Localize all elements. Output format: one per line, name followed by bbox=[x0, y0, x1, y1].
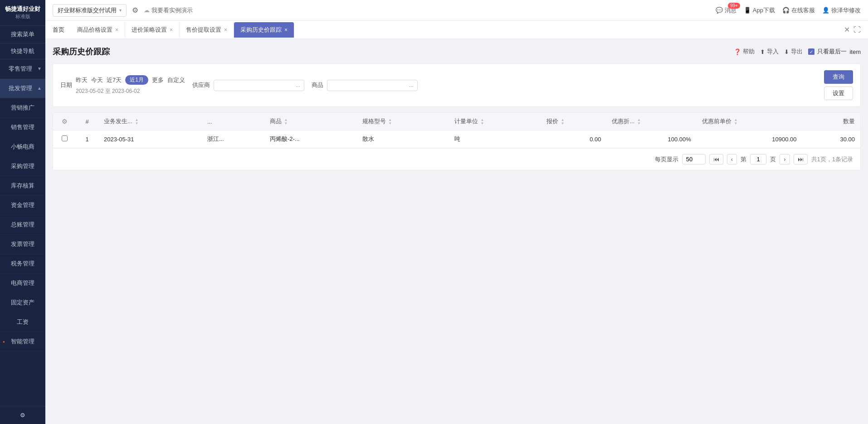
tab-sale[interactable]: 售价提取设置 × bbox=[180, 22, 234, 38]
help-icon: ❓ bbox=[734, 48, 741, 55]
cell-checkbox[interactable] bbox=[53, 130, 76, 148]
date-options-wrap: 昨天 今天 近7天 近1月 更多 自定义 2023-05-02 至 2023-0… bbox=[76, 75, 185, 95]
th-price[interactable]: 报价 ▲▼ bbox=[541, 113, 606, 130]
tab-strategy[interactable]: 进价策略设置 × bbox=[125, 22, 180, 38]
sidebar-item-fixed-assets[interactable]: 固定资产 bbox=[0, 293, 45, 313]
date-options: 昨天 今天 近7天 近1月 更多 自定义 bbox=[76, 75, 185, 85]
date-opt-yesterday[interactable]: 昨天 bbox=[76, 76, 88, 84]
sort-discount-icon: ▲▼ bbox=[637, 118, 641, 125]
page-total: 共1页，1条记录 bbox=[811, 155, 853, 164]
main-area: 好业财标准版交付试用 ▾ ⚙ ☁ 我要看实例演示 💬 消息 99+ 📱 App下… bbox=[45, 0, 868, 424]
import-button[interactable]: ⬆ 导入 bbox=[760, 48, 779, 56]
purchase-history-table: ⚙ # 业务发生... ▲▼ ... 商品 ▲▼ bbox=[53, 113, 860, 148]
app-download-button[interactable]: 📱 App下载 bbox=[744, 6, 775, 14]
service-label: 在线客服 bbox=[791, 6, 815, 14]
th-more[interactable]: ... bbox=[202, 113, 264, 130]
next-page-button[interactable]: › bbox=[780, 154, 790, 164]
th-unit[interactable]: 计量单位 ▲▼ bbox=[449, 113, 541, 130]
close-tab-icon[interactable]: ✕ bbox=[844, 25, 850, 34]
date-range-display: 2023-05-02 至 2023-06-02 bbox=[76, 87, 185, 95]
sidebar-item-general-ledger[interactable]: 总账管理 bbox=[0, 215, 45, 235]
first-page-button[interactable]: ⏮ bbox=[709, 154, 723, 164]
th-gear[interactable]: ⚙ bbox=[53, 113, 76, 130]
th-product[interactable]: 商品 ▲▼ bbox=[264, 113, 357, 130]
user-name: 徐泽华修改 bbox=[831, 6, 861, 14]
demo-label: 我要看实例演示 bbox=[151, 6, 193, 14]
import-icon: ⬆ bbox=[760, 48, 765, 55]
sort-undiscount-icon: ▲▼ bbox=[734, 118, 737, 125]
date-filter-label: 日期 bbox=[60, 81, 72, 89]
message-button[interactable]: 💬 消息 99+ bbox=[716, 6, 736, 14]
th-undiscount[interactable]: 优惠前单价 ▲▼ bbox=[697, 113, 802, 130]
table-settings-gear-icon[interactable]: ⚙ bbox=[62, 118, 68, 125]
sidebar-item-quicknav[interactable]: 快捷导航 bbox=[0, 43, 45, 59]
sidebar-item-invoice[interactable]: 发票管理 bbox=[0, 235, 45, 254]
sidebar-item-search[interactable]: 搜索菜单 bbox=[0, 26, 45, 43]
tab-strategy-close[interactable]: × bbox=[170, 27, 173, 33]
product-input[interactable] bbox=[331, 82, 407, 89]
sidebar: 畅捷通好业财 标准版 搜索菜单 快捷导航 零售管理 ▼ 批发管理 ▲ 营销推广 … bbox=[0, 0, 45, 424]
export-button[interactable]: ⬇ 导出 bbox=[784, 48, 803, 56]
tab-price[interactable]: 商品价格设置 × bbox=[71, 22, 125, 38]
th-num: # bbox=[76, 113, 98, 130]
supplier-input[interactable] bbox=[218, 82, 294, 89]
date-opt-7days[interactable]: 近7天 bbox=[107, 76, 122, 84]
user-profile-button[interactable]: 👤 徐泽华修改 bbox=[822, 6, 861, 14]
version-label: 好业财标准版交付试用 bbox=[58, 6, 117, 14]
tab-home[interactable]: 首页 bbox=[53, 22, 71, 38]
cell-supplier: 浙江... bbox=[202, 130, 264, 148]
sidebar-item-ecom-small[interactable]: 小畅电商 bbox=[0, 137, 45, 157]
th-spec[interactable]: 规格型号 ▲▼ bbox=[357, 113, 449, 130]
settings-gear-icon[interactable]: ⚙ bbox=[132, 6, 138, 14]
last-page-button[interactable]: ⏭ bbox=[794, 154, 808, 164]
tab-price-close[interactable]: × bbox=[115, 27, 118, 33]
user-avatar-icon: 👤 bbox=[822, 7, 829, 14]
date-opt-today[interactable]: 今天 bbox=[91, 76, 103, 84]
query-button[interactable]: 查询 bbox=[824, 70, 853, 84]
sidebar-item-marketing[interactable]: 营销推广 bbox=[0, 98, 45, 118]
setting-button[interactable]: 设置 bbox=[824, 87, 853, 100]
page-number-input[interactable] bbox=[750, 154, 766, 164]
demo-button[interactable]: ☁ 我要看实例演示 bbox=[144, 6, 193, 14]
sidebar-item-purchase[interactable]: 采购管理 bbox=[0, 157, 45, 176]
version-selector[interactable]: 好业财标准版交付试用 ▾ bbox=[53, 4, 127, 17]
th-qty[interactable]: 数量 bbox=[802, 113, 860, 130]
only-last-checkbox[interactable]: ✓ bbox=[808, 48, 814, 55]
sidebar-settings-gear[interactable]: ⚙ bbox=[0, 406, 45, 424]
tab-purchase-history-close[interactable]: × bbox=[284, 27, 288, 33]
supplier-more-btn[interactable]: ... bbox=[296, 82, 300, 88]
sidebar-item-inventory[interactable]: 库存核算 bbox=[0, 176, 45, 196]
date-opt-more[interactable]: 更多 bbox=[152, 76, 164, 84]
product-more-btn[interactable]: ... bbox=[409, 82, 414, 88]
only-last-toggle[interactable]: ✓ 只看最后一 item bbox=[808, 48, 861, 56]
help-button[interactable]: ❓ 帮助 bbox=[734, 48, 755, 56]
date-opt-1month[interactable]: 近1月 bbox=[125, 75, 148, 85]
chevron-up-icon: ▲ bbox=[37, 86, 42, 91]
sidebar-item-wholesale[interactable]: 批发管理 ▲ bbox=[0, 79, 45, 98]
tab-strategy-label: 进价策略设置 bbox=[132, 26, 167, 34]
sidebar-item-sales[interactable]: 销售管理 bbox=[0, 118, 45, 137]
row-checkbox[interactable] bbox=[62, 135, 68, 141]
online-service-button[interactable]: 🎧 在线客服 bbox=[782, 6, 815, 14]
supplier-input-wrap[interactable]: ... bbox=[214, 80, 304, 91]
th-date[interactable]: 业务发生... ▲▼ bbox=[98, 113, 202, 130]
product-input-wrap[interactable]: ... bbox=[327, 80, 418, 91]
sidebar-item-retail[interactable]: 零售管理 ▼ bbox=[0, 59, 45, 79]
sidebar-item-salary[interactable]: 工资 bbox=[0, 313, 45, 332]
app-label: App下载 bbox=[753, 6, 775, 14]
prev-page-button[interactable]: ‹ bbox=[727, 154, 737, 164]
sidebar-item-ecom[interactable]: 电商管理 bbox=[0, 274, 45, 293]
page-size-select[interactable]: 50 10 20 100 bbox=[682, 154, 706, 164]
date-opt-custom[interactable]: 自定义 bbox=[167, 76, 185, 84]
sidebar-item-finance[interactable]: 资金管理 bbox=[0, 196, 45, 215]
maximize-icon[interactable]: ⛶ bbox=[853, 26, 861, 34]
th-discount[interactable]: 优惠折... ▲▼ bbox=[606, 113, 696, 130]
supplier-filter-label: 供应商 bbox=[192, 81, 210, 89]
tab-sale-close[interactable]: × bbox=[224, 27, 227, 33]
tab-purchase-history[interactable]: 采购历史价跟踪 × bbox=[234, 22, 294, 38]
cell-discount: 100.00% bbox=[606, 130, 696, 148]
export-label: 导出 bbox=[791, 48, 803, 56]
sidebar-item-tax[interactable]: 税务管理 bbox=[0, 254, 45, 274]
phone-icon: 📱 bbox=[744, 7, 751, 14]
sidebar-item-smart[interactable]: 智能管理 bbox=[0, 332, 45, 352]
